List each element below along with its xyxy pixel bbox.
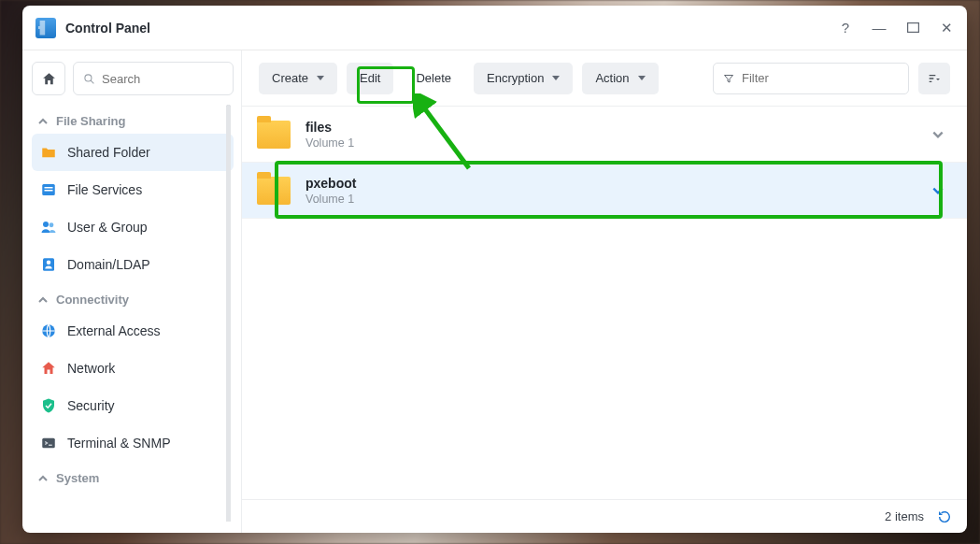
search-icon [83,72,95,86]
action-button[interactable]: Action [582,63,658,94]
sidebar-item-domain-ldap[interactable]: Domain/LDAP [32,246,234,283]
sidebar-item-label: Security [67,398,115,413]
sidebar-item-network[interactable]: Network [32,350,234,387]
refresh-icon [937,509,952,524]
filter-icon [723,72,734,85]
encryption-button[interactable]: Encryption [474,63,573,94]
item-count: 2 items [885,509,924,523]
sidebar-item-file-services[interactable]: File Services [32,171,234,208]
status-bar: 2 items [242,499,967,533]
sidebar-item-label: File Services [67,182,142,197]
sidebar-item-label: Terminal & SNMP [67,436,170,451]
domain-ldap-icon [39,255,58,274]
folder-row[interactable]: pxebootVolume 1 [242,163,967,219]
maximize-icon[interactable] [905,21,920,36]
sidebar-item-label: User & Group [67,220,148,235]
scrollbar-thumb[interactable] [226,105,231,469]
search-input-wrapper[interactable] [73,62,234,95]
chevron-up-icon [37,294,49,306]
folder-row[interactable]: filesVolume 1 [242,107,967,163]
security-icon [39,396,58,415]
sidebar-heading[interactable]: System [32,462,234,491]
folder-volume: Volume 1 [305,136,354,150]
sidebar-item-external-access[interactable]: External Access [32,312,234,350]
svg-rect-5 [45,190,53,192]
sidebar-item-shared-folder[interactable]: Shared Folder [32,134,234,171]
create-button[interactable]: Create [259,63,337,94]
sidebar-item-label: Network [67,361,115,376]
svg-point-1 [85,74,92,80]
sidebar: File SharingShared FolderFile ServicesUs… [22,50,242,533]
folder-icon [257,121,291,149]
network-icon [39,359,58,378]
folder-name: files [305,120,354,135]
folder-icon [257,177,291,205]
toolbar: Create Edit Delete Encryption Action [242,50,967,107]
app-icon [36,18,56,38]
file-services-icon [39,180,58,199]
delete-button[interactable]: Delete [403,63,464,94]
chevron-down-icon[interactable] [931,128,944,141]
sidebar-item-label: External Access [67,323,161,338]
refresh-button[interactable] [937,509,952,524]
folder-name: pxeboot [305,176,356,191]
search-input[interactable] [102,72,223,86]
chevron-up-icon [37,473,49,484]
terminal-snmp-icon [39,434,58,452]
filter-input[interactable] [742,71,899,85]
chevron-down-icon[interactable] [931,184,944,197]
shared-folder-icon [39,143,58,162]
sidebar-item-security[interactable]: Security [32,387,234,424]
sidebar-item-label: Domain/LDAP [67,257,150,272]
svg-point-7 [50,222,54,227]
sidebar-heading[interactable]: File Sharing [32,105,234,134]
window-controls: ? — ✕ [838,21,954,36]
sidebar-item-label: Shared Folder [67,145,150,160]
svg-rect-11 [42,438,55,449]
filter-input-wrapper[interactable] [713,63,909,94]
titlebar: Control Panel ? — ✕ [22,6,967,50]
minimize-icon[interactable]: — [872,21,887,36]
svg-rect-0 [907,23,918,33]
svg-rect-4 [45,187,53,189]
svg-point-9 [47,261,51,265]
sidebar-item-terminal-snmp[interactable]: Terminal & SNMP [32,424,234,462]
sidebar-item-user-group[interactable]: User & Group [32,208,234,246]
sidebar-scroll: File SharingShared FolderFile ServicesUs… [32,105,234,522]
chevron-up-icon [37,116,49,127]
control-panel-window: Control Panel ? — ✕ File SharingShared F… [22,6,967,533]
edit-button[interactable]: Edit [347,63,393,94]
close-icon[interactable]: ✕ [939,21,954,36]
home-icon [41,71,57,87]
window-title: Control Panel [65,21,150,36]
folder-volume: Volume 1 [305,193,356,206]
sort-button[interactable] [918,63,950,94]
sort-icon [927,71,942,86]
sidebar-heading[interactable]: Connectivity [32,283,234,312]
svg-line-2 [91,80,93,83]
home-button[interactable] [32,62,65,95]
svg-point-6 [43,222,49,227]
main-panel: Create Edit Delete Encryption Action fil… [242,50,967,533]
folder-list: filesVolume 1pxebootVolume 1 [242,107,967,499]
help-icon[interactable]: ? [838,21,853,36]
external-access-icon [39,322,58,340]
user-group-icon [39,218,58,236]
